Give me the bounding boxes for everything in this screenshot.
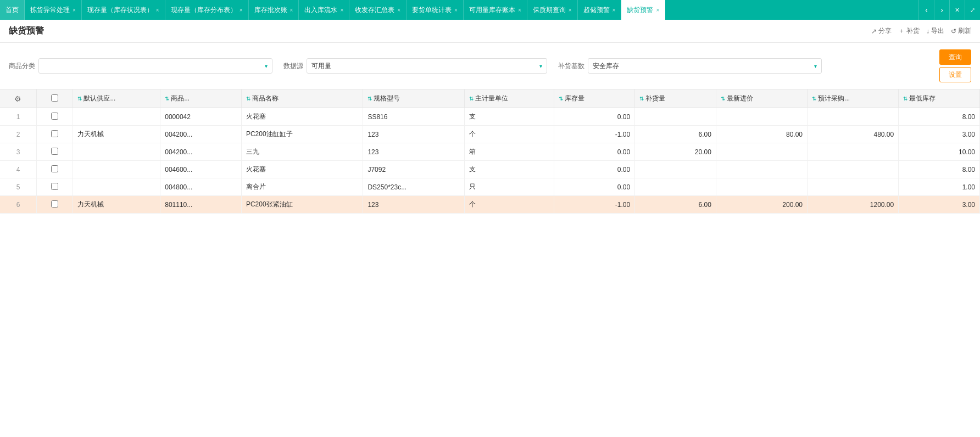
row-checkbox-4[interactable] (51, 183, 58, 190)
cell-checkbox-4[interactable] (36, 178, 73, 196)
nav-tab-close-1[interactable]: × (73, 7, 76, 13)
export-btn[interactable]: ↓ 导出 (926, 26, 944, 36)
nav-tab-7[interactable]: 要货单统计表× (407, 0, 464, 20)
cell-unit-5: 个 (465, 196, 554, 214)
nav-expand-btn[interactable]: ⤢ (965, 0, 980, 20)
select-all-checkbox[interactable] (51, 94, 58, 102)
cell-stock-2: 0.00 (554, 143, 635, 161)
sort-spec-icon[interactable]: ⇅ (368, 96, 372, 102)
cell-replenish-3 (635, 161, 716, 178)
nav-tab-close-3[interactable]: × (240, 7, 243, 13)
nav-tab-close-6[interactable]: × (397, 7, 400, 13)
refresh-btn[interactable]: ↺ 刷新 (951, 26, 971, 36)
replenish-btn[interactable]: ＋ 补货 (898, 26, 920, 36)
nav-tab-6[interactable]: 收发存汇总表× (349, 0, 407, 20)
nav-tab-close-8[interactable]: × (518, 7, 521, 13)
sort-unit-icon[interactable]: ⇅ (469, 96, 474, 102)
nav-tab-1[interactable]: 拣货异常处理× (25, 0, 82, 20)
nav-tab-close-5[interactable]: × (340, 7, 343, 13)
cell-spec-4: DS250*23c... (363, 178, 465, 196)
cell-spec-5: 123 (363, 196, 465, 214)
table-wrapper: ⚙ ⇅默认供应... ⇅商品... ⇅商品名称 (0, 89, 980, 437)
cell-price-3 (716, 161, 807, 178)
sort-estimated-icon[interactable]: ⇅ (812, 96, 816, 102)
share-icon: ↗ (871, 27, 877, 35)
nav-tab-10[interactable]: 超储预警× (578, 0, 622, 20)
cell-code-5: 801110... (160, 196, 242, 214)
sort-name-icon[interactable]: ⇅ (246, 96, 250, 102)
cell-supplier-3 (73, 161, 160, 178)
replenish-value: 安全库存 (593, 61, 814, 71)
cell-checkbox-5[interactable] (36, 196, 73, 214)
cell-spec-1: 123 (363, 126, 465, 143)
nav-tab-close-10[interactable]: × (612, 7, 616, 13)
cell-replenish-2: 20.00 (635, 143, 716, 161)
cell-minstock-5: 3.00 (899, 196, 980, 214)
replenish-icon: ＋ (898, 26, 905, 36)
cell-index-0: 1 (0, 108, 36, 126)
nav-tab-5[interactable]: 出入库流水× (299, 0, 349, 20)
nav-tab-close-2[interactable]: × (156, 7, 159, 13)
main-content: 缺货预警 ↗ 分享 ＋ 补货 ↓ 导出 ↺ 刷新 (0, 20, 980, 437)
cell-stock-5: -1.00 (554, 196, 635, 214)
cell-index-2: 3 (0, 143, 36, 161)
cell-checkbox-2[interactable] (36, 143, 73, 161)
nav-close-btn[interactable]: × (949, 0, 965, 20)
nav-tab-close-9[interactable]: × (569, 7, 572, 13)
nav-tab-11[interactable]: 缺货预警× (621, 0, 665, 20)
nav-tab-4[interactable]: 库存批次账× (249, 0, 299, 20)
th-checkbox[interactable] (36, 89, 73, 108)
refresh-icon: ↺ (951, 27, 956, 35)
table-row[interactable]: 3 004200... 三九 123 箱 0.00 20.00 10.00 (0, 143, 980, 161)
gear-icon[interactable]: ⚙ (14, 94, 21, 103)
table-row[interactable]: 1 0000042 火花塞 SS816 支 0.00 8.00 (0, 108, 980, 126)
sort-code-icon[interactable]: ⇅ (165, 96, 169, 102)
nav-next-btn[interactable]: › (934, 0, 949, 20)
nav-tab-9[interactable]: 保质期查询× (527, 0, 578, 20)
cell-checkbox-1[interactable] (36, 126, 73, 143)
table-row[interactable]: 5 004800... 离合片 DS250*23c... 只 0.00 1.00 (0, 178, 980, 196)
category-filter: 商品分类 ▾ (9, 58, 272, 74)
row-checkbox-2[interactable] (51, 148, 58, 155)
sort-replenish-icon[interactable]: ⇅ (639, 96, 644, 102)
share-btn[interactable]: ↗ 分享 (871, 26, 892, 36)
datasource-value: 可用量 (311, 61, 539, 71)
row-checkbox-0[interactable] (51, 113, 58, 120)
cell-checkbox-3[interactable] (36, 161, 73, 178)
category-select[interactable]: ▾ (38, 58, 272, 74)
settings-button[interactable]: 设置 (939, 67, 971, 82)
sort-minstock-icon[interactable]: ⇅ (903, 96, 907, 102)
nav-prev-btn[interactable]: ‹ (918, 0, 934, 20)
cell-index-1: 2 (0, 126, 36, 143)
row-checkbox-3[interactable] (51, 165, 58, 172)
sort-stock-icon[interactable]: ⇅ (559, 96, 563, 102)
query-button[interactable]: 查询 (939, 49, 971, 65)
nav-tab-close-7[interactable]: × (454, 7, 458, 13)
nav-tab-close-4[interactable]: × (290, 7, 293, 13)
replenish-select[interactable]: 安全库存 ▾ (588, 58, 822, 74)
cell-checkbox-0[interactable] (36, 108, 73, 126)
datasource-select[interactable]: 可用量 ▾ (307, 58, 547, 74)
nav-tab-8[interactable]: 可用量库存账本× (464, 0, 527, 20)
table-row[interactable]: 4 004600... 火花塞 J7092 支 0.00 8.00 (0, 161, 980, 178)
nav-tab-close-11[interactable]: × (656, 7, 659, 13)
nav-tab-0[interactable]: 首页 (0, 0, 25, 20)
export-icon: ↓ (926, 27, 929, 35)
cell-supplier-5: 力天机械 (73, 196, 160, 214)
row-checkbox-5[interactable] (51, 200, 58, 208)
table-row[interactable]: 6 力天机械 801110... PC200张紧油缸 123 个 -1.00 6… (0, 196, 980, 214)
sort-supplier-icon[interactable]: ⇅ (77, 96, 82, 102)
cell-minstock-1: 3.00 (899, 126, 980, 143)
cell-price-0 (716, 108, 807, 126)
cell-price-4 (716, 178, 807, 196)
th-gear[interactable]: ⚙ (0, 89, 36, 108)
nav-tab-3[interactable]: 现存量（库存分布表）× (165, 0, 249, 20)
th-replenish: ⇅补货量 (635, 89, 716, 108)
sort-price-icon[interactable]: ⇅ (721, 96, 725, 102)
filter-actions: 查询 设置 (939, 49, 971, 82)
nav-tab-2[interactable]: 现存量（库存状况表）× (82, 0, 165, 20)
cell-code-2: 004200... (160, 143, 242, 161)
row-checkbox-1[interactable] (51, 130, 58, 137)
data-table: ⚙ ⇅默认供应... ⇅商品... ⇅商品名称 (0, 89, 980, 214)
table-row[interactable]: 2 力天机械 004200... PC200油缸缸子 123 个 -1.00 6… (0, 126, 980, 143)
